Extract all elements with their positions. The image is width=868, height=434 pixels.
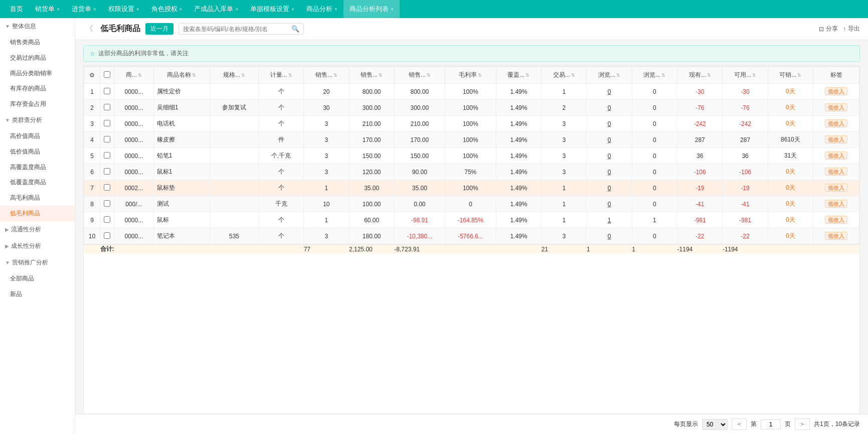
- col-name[interactable]: 商品名称⇅: [153, 67, 210, 84]
- nav-item-product-in[interactable]: 产成品入库单 ×: [188, 0, 244, 18]
- browse1-link[interactable]: 0: [608, 136, 611, 143]
- row-checkbox[interactable]: [100, 228, 114, 245]
- browse1-link[interactable]: 0: [608, 233, 611, 240]
- col-sellable-days[interactable]: 可销...⇅: [768, 67, 813, 84]
- sidebar-item-high-coverage[interactable]: 高覆盖度商品: [0, 160, 75, 175]
- col-code[interactable]: 商...⇅: [114, 67, 154, 84]
- close-purchase-icon[interactable]: ×: [93, 7, 96, 12]
- sidebar-section-marketing[interactable]: ▼ 营销推广分析: [0, 254, 75, 271]
- close-product-analysis-list-icon[interactable]: ×: [391, 7, 394, 12]
- browse1-link[interactable]: 0: [608, 153, 611, 160]
- sidebar-item-low-margin[interactable]: 低毛利商品: [0, 206, 75, 221]
- row-checkbox[interactable]: [100, 84, 114, 100]
- sidebar-item-low-value[interactable]: 低价值商品: [0, 144, 75, 160]
- col-browse2[interactable]: 浏览...⇅: [632, 67, 677, 84]
- row-checkbox[interactable]: [100, 116, 114, 132]
- col-checkbox[interactable]: [100, 67, 114, 84]
- col-spec[interactable]: 规格...⇅: [210, 67, 259, 84]
- col-transaction[interactable]: 交易...⇅: [542, 67, 587, 84]
- browse1-link[interactable]: 0: [608, 169, 611, 176]
- sidebar-item-all-goods[interactable]: 全部商品: [0, 271, 75, 286]
- row-name[interactable]: 属性定价: [153, 84, 210, 100]
- col-sales2[interactable]: 销售...⇅: [349, 67, 394, 84]
- sidebar-item-low-coverage[interactable]: 低覆盖度商品: [0, 175, 75, 190]
- row-checkbox[interactable]: [100, 132, 114, 148]
- row-checkbox[interactable]: [100, 148, 114, 164]
- browse1-link[interactable]: 1: [608, 217, 611, 224]
- row-checkbox[interactable]: [100, 164, 114, 180]
- row-checkbox[interactable]: [100, 212, 114, 228]
- row-select-checkbox[interactable]: [104, 232, 110, 239]
- row-select-checkbox[interactable]: [104, 200, 110, 207]
- row-select-checkbox[interactable]: [104, 136, 110, 142]
- row-name[interactable]: 笔记本: [153, 228, 210, 245]
- sidebar-item-high-value[interactable]: 高价值商品: [0, 128, 75, 144]
- sidebar-item-category-rate[interactable]: 商品分类助销率: [0, 66, 75, 81]
- nav-item-product-analysis-list[interactable]: 商品分析列表 ×: [343, 0, 400, 18]
- row-name[interactable]: 橡皮擦: [153, 132, 210, 148]
- close-product-analysis-icon[interactable]: ×: [334, 7, 337, 12]
- col-unit[interactable]: 计量...⇅: [258, 67, 303, 84]
- sidebar-section-growth[interactable]: ▶ 成长性分析: [0, 238, 75, 254]
- row-select-checkbox[interactable]: [104, 152, 110, 159]
- col-browse1[interactable]: 浏览...⇅: [587, 67, 632, 84]
- browse1-link[interactable]: 0: [608, 201, 611, 208]
- browse1-link[interactable]: 0: [608, 185, 611, 192]
- sidebar-item-high-margin[interactable]: 高毛利商品: [0, 190, 75, 206]
- row-select-checkbox[interactable]: [104, 104, 110, 110]
- col-margin[interactable]: 毛利率⇅: [445, 67, 496, 84]
- nav-item-template[interactable]: 单据模板设置 ×: [244, 0, 300, 18]
- nav-item-sales[interactable]: 销货单 ×: [29, 0, 66, 18]
- col-sales3[interactable]: 销售...⇅: [394, 67, 445, 84]
- browse1-link[interactable]: 0: [608, 88, 611, 95]
- close-permission-icon[interactable]: ×: [136, 7, 139, 12]
- nav-item-role[interactable]: 角色授权 ×: [145, 0, 189, 18]
- row-name[interactable]: 鼠标垫: [153, 180, 210, 196]
- col-settings[interactable]: ⚙: [84, 67, 100, 84]
- sidebar-item-stocked-goods[interactable]: 有库存的商品: [0, 81, 75, 96]
- sidebar-item-new-goods[interactable]: 新品: [0, 286, 75, 302]
- row-name[interactable]: 鼠标: [153, 212, 210, 228]
- per-page-select[interactable]: 50 100 200: [702, 419, 728, 430]
- share-button[interactable]: ⊡ 分享: [819, 25, 838, 33]
- sidebar-section-flow[interactable]: ▶ 流通性分析: [0, 221, 75, 238]
- col-tag[interactable]: 标签: [813, 67, 859, 84]
- sidebar-item-traded-goods[interactable]: 交易过的商品: [0, 50, 75, 66]
- collapse-sidebar-button[interactable]: 《: [83, 24, 95, 34]
- sidebar-section-cluster[interactable]: ▼ 类群查分析: [0, 112, 75, 128]
- nav-item-permission[interactable]: 权限设置 ×: [102, 0, 145, 18]
- page-input[interactable]: [761, 419, 781, 429]
- time-filter-button[interactable]: 近一月: [145, 23, 173, 35]
- nav-item-home[interactable]: 首页: [4, 0, 29, 18]
- prev-page-button[interactable]: ＜: [732, 418, 747, 430]
- row-select-checkbox[interactable]: [104, 184, 110, 191]
- row-name[interactable]: 电话机: [153, 116, 210, 132]
- select-all-checkbox[interactable]: [104, 71, 110, 78]
- sidebar-section-overall[interactable]: ▼ 整体信息: [0, 18, 75, 35]
- sidebar-item-sales-goods[interactable]: 销售类商品: [0, 35, 75, 50]
- row-name[interactable]: 铅笔1: [153, 148, 210, 164]
- export-button[interactable]: ↑ 导出: [843, 25, 860, 33]
- row-name[interactable]: 鼠标1: [153, 164, 210, 180]
- row-select-checkbox[interactable]: [104, 168, 110, 175]
- row-select-checkbox[interactable]: [104, 88, 110, 94]
- row-name[interactable]: 测试: [153, 196, 210, 212]
- search-input[interactable]: [183, 26, 289, 33]
- search-icon[interactable]: 🔍: [291, 25, 299, 33]
- row-checkbox[interactable]: [100, 180, 114, 196]
- browse1-link[interactable]: 0: [608, 120, 611, 127]
- nav-item-purchase[interactable]: 进货单 ×: [66, 0, 102, 18]
- col-sales1[interactable]: 销售...⇅: [304, 67, 349, 84]
- row-select-checkbox[interactable]: [104, 216, 110, 223]
- nav-item-product-analysis[interactable]: 商品分析 ×: [300, 0, 343, 18]
- row-checkbox[interactable]: [100, 196, 114, 212]
- row-checkbox[interactable]: [100, 100, 114, 116]
- close-product-in-icon[interactable]: ×: [235, 7, 238, 12]
- browse1-link[interactable]: 0: [608, 104, 611, 111]
- col-coverage[interactable]: 覆盖...⇅: [496, 67, 541, 84]
- close-template-icon[interactable]: ×: [291, 7, 294, 12]
- sidebar-item-capital[interactable]: 库存资金占用: [0, 96, 75, 112]
- row-name[interactable]: 吴细细1: [153, 100, 210, 116]
- next-page-button[interactable]: ＞: [795, 418, 810, 430]
- close-role-icon[interactable]: ×: [180, 7, 183, 12]
